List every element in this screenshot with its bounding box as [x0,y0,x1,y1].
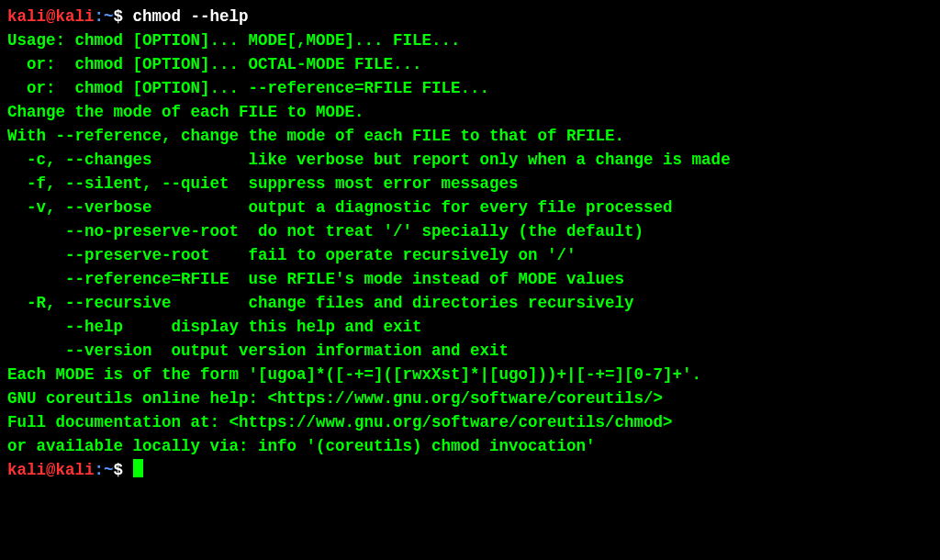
prompt-user: kali [7,461,46,479]
prompt-colon: : [95,7,105,26]
output-line: --preserve-root fail to operate recursiv… [7,243,933,267]
prompt-path: ~ [104,461,114,479]
command-text: chmod --help [123,7,249,26]
prompt-colon: : [95,461,105,479]
terminal-output[interactable]: kali@kali:~$ chmod --help Usage: chmod [… [7,5,933,482]
prompt-line-2[interactable]: kali@kali:~$ [7,458,933,482]
output-line: Each MODE is of the form '[ugoa]*([-+=](… [7,363,933,386]
output-line: GNU coreutils online help: <https://www.… [7,386,933,410]
prompt-path: ~ [104,7,114,26]
output-line: Usage: chmod [OPTION]... MODE[,MODE]... … [7,28,933,52]
output-line: -c, --changes like verbose but report on… [7,148,933,172]
output-line: --help display this help and exit [7,315,933,339]
cursor-icon [133,459,143,477]
command-input[interactable] [123,461,133,479]
output-line: or: chmod [OPTION]... OCTAL-MODE FILE... [7,52,933,76]
prompt-user: kali [7,7,46,26]
output-line: --version output version information and… [7,339,933,363]
output-line: or: chmod [OPTION]... --reference=RFILE … [7,76,933,100]
prompt-host: kali [56,461,95,479]
prompt-dollar: $ [114,7,124,26]
output-line: -v, --verbose output a diagnostic for ev… [7,196,933,219]
output-line: -R, --recursive change files and directo… [7,291,933,315]
output-line: -f, --silent, --quiet suppress most erro… [7,172,933,196]
output-line: --reference=RFILE use RFILE's mode inste… [7,267,933,291]
output-line: or available locally via: info '(coreuti… [7,434,933,458]
prompt-line-1: kali@kali:~$ chmod --help [7,5,933,28]
prompt-dollar: $ [114,461,124,479]
output-line: Change the mode of each FILE to MODE. [7,100,933,124]
output-line: --no-preserve-root do not treat '/' spec… [7,219,933,243]
output-line: Full documentation at: <https://www.gnu.… [7,410,933,434]
prompt-at: @ [46,7,56,26]
prompt-at: @ [46,461,56,479]
output-line: With --reference, change the mode of eac… [7,124,933,148]
prompt-host: kali [56,7,95,26]
